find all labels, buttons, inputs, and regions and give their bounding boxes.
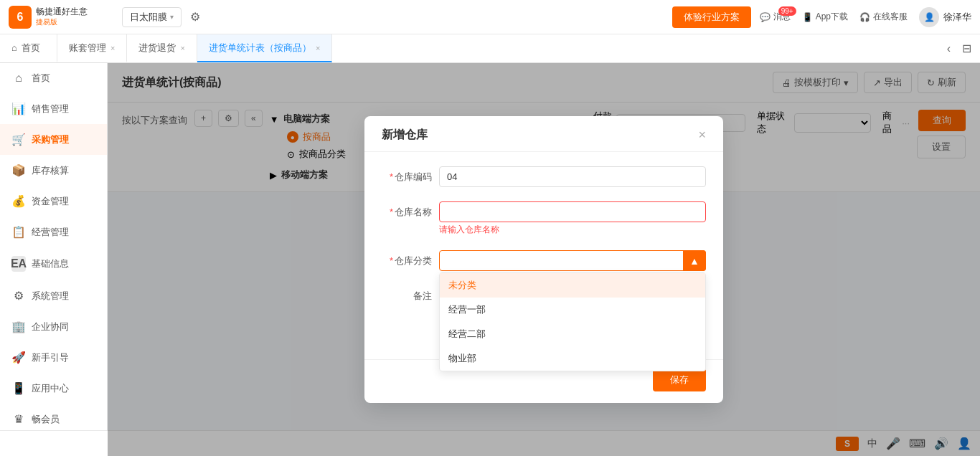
sidebar-item-system[interactable]: ⚙ 系统管理	[0, 280, 107, 311]
tab-purchase-return-label: 进货退货	[138, 42, 176, 54]
sidebar-sales-label: 销售管理	[32, 103, 69, 115]
form-row-code: *仓库编码	[382, 166, 706, 187]
modal-header: 新增仓库 ×	[364, 116, 723, 152]
logo-area: 6 畅捷通好生意 捷易版	[9, 6, 116, 29]
modal-title: 新增仓库	[382, 128, 428, 143]
chevron-down-icon: ▾	[170, 13, 174, 21]
code-label: *仓库编码	[382, 166, 439, 184]
tab-purchase-return[interactable]: 进货退货 ×	[127, 34, 197, 62]
buy-icon: 🛒	[11, 133, 26, 146]
app-center-icon: 📱	[11, 381, 26, 395]
sidebar-item-base[interactable]: EA 基础信息	[0, 247, 107, 280]
store-name: 日太阳膜	[130, 11, 167, 24]
main-layout: 首页 📊 销售管理 🛒 采购管理 📦 库存核算 💰 资金管理 📋 经营管理 EA…	[0, 63, 980, 456]
tab-accounts[interactable]: 账套管理 ×	[57, 34, 127, 62]
headset-icon: 🎧	[859, 12, 870, 22]
form-row-name: *仓库名称 请输入仓库名称	[382, 201, 706, 236]
tab-purchase-stats-label: 进货单统计表（按商品）	[209, 42, 311, 54]
content-area: 进货单统计(按商品) 🖨 按模板打印 ▾ ↗ 导出 ↻ 刷新 按以下方案查询	[108, 63, 980, 456]
logo-icon: 6	[9, 6, 32, 29]
close-icon[interactable]: ×	[110, 44, 115, 52]
category-select-wrap: ▲	[439, 250, 706, 271]
category-field-wrap: ▲ 未分类 经营一部 经营二部 物业部	[439, 250, 706, 271]
tab-purchase-stats[interactable]: 进货单统计表（按商品） ×	[197, 34, 332, 62]
stock-icon: 📦	[11, 163, 26, 177]
app-label: App下载	[816, 11, 848, 23]
operation-icon: 📋	[11, 225, 26, 239]
sidebar-base-label: 基础信息	[32, 257, 69, 270]
base-icon: EA	[11, 256, 26, 272]
top-bar: 6 畅捷通好生意 捷易版 日太阳膜 ▾ ⚙ 体验行业方案 💬 消息 99+ 📱 …	[0, 0, 980, 34]
category-dropdown-btn[interactable]: ▲	[683, 250, 706, 271]
sidebar-stock-label: 库存核算	[32, 164, 69, 177]
sidebar-item-stock[interactable]: 📦 库存核算	[0, 155, 107, 186]
tab-prev-icon[interactable]: ‹	[944, 39, 953, 58]
sidebar-newbie-label: 新手引导	[32, 351, 69, 364]
sidebar-vip-label: 畅会员	[32, 413, 60, 426]
tab-accounts-label: 账套管理	[69, 42, 106, 54]
messages-btn[interactable]: 💬 消息 99+	[760, 11, 791, 23]
vip-icon: ♛	[11, 412, 26, 426]
trial-button[interactable]: 体验行业方案	[672, 6, 751, 28]
modal-new-warehouse: 新增仓库 × *仓库编码	[364, 116, 723, 403]
note-label: 备注	[382, 285, 439, 303]
name-error-msg: 请输入仓库名称	[439, 224, 706, 236]
sidebar-purchase-label: 采购管理	[32, 133, 69, 146]
app-icon: 📱	[802, 12, 813, 22]
sys-icon: ⚙	[11, 289, 26, 303]
gear-btn[interactable]: ⚙	[190, 10, 200, 24]
sidebar-enterprise-label: 企业协同	[32, 320, 69, 333]
category-dropdown: 未分类 经营一部 经营二部 物业部	[439, 272, 706, 371]
tab-bar: ⌂ 首页 账套管理 × 进货退货 × 进货单统计表（按商品） × ‹ ⊟	[0, 34, 980, 63]
fund-icon: 💰	[11, 194, 26, 208]
name-label: *仓库名称	[382, 201, 439, 219]
category-label: *仓库分类	[382, 250, 439, 267]
home-tab-icon: ⌂	[11, 42, 17, 53]
tab-home-label: 首页	[22, 42, 40, 54]
corp-icon: 🏢	[11, 320, 26, 333]
close-icon[interactable]: ×	[180, 44, 184, 52]
modal-close-button[interactable]: ×	[698, 128, 706, 143]
dropdown-item-dept2[interactable]: 经营二部	[440, 322, 705, 346]
dropdown-item-none[interactable]: 未分类	[440, 273, 705, 298]
dropdown-item-dept3[interactable]: 物业部	[440, 346, 705, 371]
top-bar-actions: 体验行业方案 💬 消息 99+ 📱 App下载 🎧 在线客服 👤 徐泽华	[206, 6, 971, 28]
app-download-btn[interactable]: 📱 App下载	[802, 11, 848, 23]
name-input[interactable]	[439, 201, 706, 222]
store-selector[interactable]: 日太阳膜 ▾	[122, 7, 182, 27]
tab-home[interactable]: ⌂ 首页	[0, 34, 57, 62]
logo-sub: 捷易版	[36, 17, 88, 27]
code-input[interactable]	[439, 166, 706, 187]
service-label: 在线客服	[873, 11, 908, 23]
sidebar-item-operation[interactable]: 📋 经营管理	[0, 217, 107, 247]
sidebar-operation-label: 经营管理	[32, 226, 69, 239]
username: 徐泽华	[943, 11, 971, 24]
sidebar-item-purchase[interactable]: 🛒 采购管理	[0, 124, 107, 155]
sidebar-item-sales[interactable]: 📊 销售管理	[0, 93, 107, 124]
name-field-wrap: 请输入仓库名称	[439, 201, 706, 236]
service-btn[interactable]: 🎧 在线客服	[859, 11, 908, 23]
dropdown-item-dept1[interactable]: 经营一部	[440, 298, 705, 322]
modal-body: *仓库编码 *仓库名称 请输入仓库名称	[364, 152, 723, 359]
sidebar-item-home[interactable]: 首页	[0, 63, 107, 93]
logo-text-area: 畅捷通好生意 捷易版	[36, 6, 88, 28]
close-icon[interactable]: ×	[316, 44, 320, 52]
sidebar-item-enterprise[interactable]: 🏢 企业协同	[0, 311, 107, 342]
tab-next-icon[interactable]: ⊟	[959, 39, 974, 58]
save-button[interactable]: 保存	[653, 369, 706, 391]
category-input[interactable]	[439, 250, 706, 271]
logo-text: 畅捷通好生意	[36, 6, 88, 18]
sidebar-item-appcenter[interactable]: 📱 应用中心	[0, 373, 107, 404]
sidebar-system-label: 系统管理	[32, 290, 69, 303]
code-field-wrap	[439, 166, 706, 187]
sidebar-item-fund[interactable]: 💰 资金管理	[0, 186, 107, 217]
new-icon: 🚀	[11, 351, 26, 364]
user-area[interactable]: 👤 徐泽华	[919, 7, 971, 27]
sidebar-item-newbie[interactable]: 🚀 新手引导	[0, 342, 107, 373]
sidebar: 首页 📊 销售管理 🛒 采购管理 📦 库存核算 💰 资金管理 📋 经营管理 EA…	[0, 63, 108, 456]
messages-badge: 99+	[778, 6, 796, 16]
sidebar-home-label: 首页	[32, 72, 50, 85]
modal-overlay: 新增仓库 × *仓库编码	[108, 63, 980, 456]
sidebar-fund-label: 资金管理	[32, 195, 69, 208]
sale-icon: 📊	[11, 102, 26, 115]
